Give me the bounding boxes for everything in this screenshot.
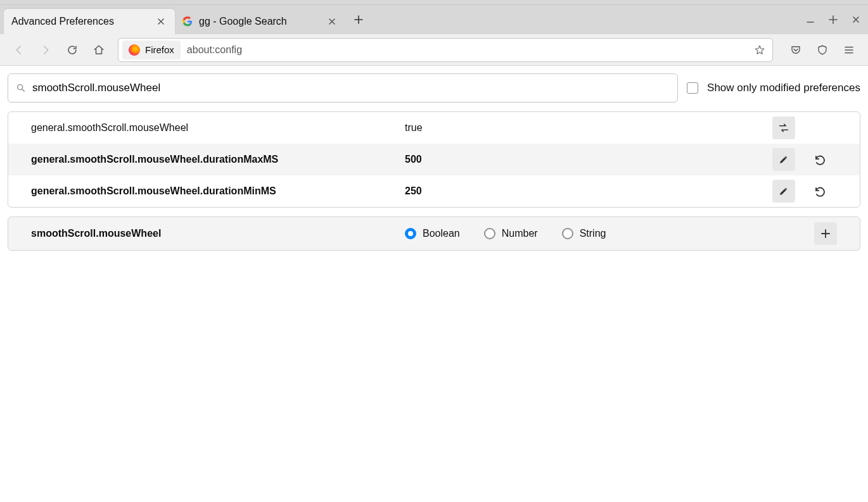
- type-radio-string[interactable]: String: [562, 228, 606, 239]
- ublock-button[interactable]: [811, 39, 834, 61]
- radio-icon: [484, 228, 495, 239]
- search-icon: [16, 83, 26, 93]
- pref-value: 250: [405, 185, 766, 197]
- tab-advanced-preferences[interactable]: Advanced Preferences: [4, 9, 175, 34]
- bookmark-star-icon[interactable]: [751, 41, 769, 59]
- tab-google-search[interactable]: gg - Google Search: [175, 9, 346, 34]
- pref-value: true: [405, 122, 766, 134]
- maximize-icon[interactable]: [827, 14, 839, 25]
- firefox-icon: [129, 44, 140, 56]
- new-pref-name: smoothScroll.mouseWheel: [31, 228, 405, 239]
- pref-name: general.smoothScroll.mouseWheel.duration…: [31, 154, 405, 165]
- window-titlebar: [0, 0, 868, 5]
- show-modified-checkbox[interactable]: [687, 82, 698, 94]
- edit-button[interactable]: [772, 180, 795, 203]
- pref-name: general.smoothScroll.mouseWheel.duration…: [31, 185, 405, 197]
- show-modified-label: Show only modified preferences: [707, 82, 860, 94]
- preferences-list: general.smoothScroll.mouseWheeltruegener…: [8, 111, 860, 208]
- toggle-button[interactable]: [772, 116, 795, 139]
- close-tab-icon[interactable]: [155, 15, 167, 28]
- pref-search-box[interactable]: [8, 73, 678, 103]
- navigation-toolbar: Firefox about:config: [0, 34, 868, 66]
- radio-label: Boolean: [423, 228, 460, 239]
- type-radio-boolean[interactable]: Boolean: [405, 228, 460, 239]
- back-button[interactable]: [8, 39, 30, 61]
- minimize-icon[interactable]: [805, 14, 816, 25]
- reset-button[interactable]: [808, 180, 831, 203]
- pref-name: general.smoothScroll.mouseWheel: [31, 122, 405, 134]
- close-tab-icon[interactable]: [326, 15, 338, 28]
- pref-row: general.smoothScroll.mouseWheeltrue: [8, 112, 860, 144]
- page-content: Show only modified preferences general.s…: [0, 66, 868, 258]
- new-preference-row: smoothScroll.mouseWheel BooleanNumberStr…: [8, 216, 860, 251]
- svg-point-0: [18, 85, 23, 90]
- search-row: Show only modified preferences: [8, 73, 860, 103]
- forward-button[interactable]: [34, 39, 57, 61]
- radio-icon: [405, 228, 416, 239]
- home-button[interactable]: [87, 39, 110, 61]
- app-menu-button[interactable]: [838, 39, 860, 61]
- pref-search-input[interactable]: [32, 82, 670, 94]
- radio-icon: [562, 228, 573, 239]
- new-pref-type-radios: BooleanNumberString: [405, 228, 791, 239]
- add-pref-button[interactable]: [814, 222, 837, 245]
- pref-row: general.smoothScroll.mouseWheel.duration…: [8, 175, 860, 207]
- identity-label: Firefox: [145, 44, 174, 55]
- close-window-icon[interactable]: [850, 14, 862, 25]
- pref-row: general.smoothScroll.mouseWheel.duration…: [8, 144, 860, 175]
- reload-button[interactable]: [61, 39, 84, 61]
- radio-label: String: [580, 228, 606, 239]
- new-tab-button[interactable]: [348, 9, 369, 30]
- type-radio-number[interactable]: Number: [484, 228, 538, 239]
- tab-title: gg - Google Search: [199, 16, 326, 27]
- tab-title: Advanced Preferences: [11, 16, 155, 27]
- window-controls: [805, 5, 862, 34]
- google-icon: [182, 16, 193, 27]
- identity-box[interactable]: Firefox: [122, 41, 181, 60]
- edit-button[interactable]: [772, 148, 795, 171]
- url-text[interactable]: about:config: [181, 44, 751, 56]
- radio-label: Number: [502, 228, 538, 239]
- pocket-button[interactable]: [784, 39, 807, 61]
- url-bar[interactable]: Firefox about:config: [118, 38, 773, 62]
- pref-value: 500: [405, 154, 766, 165]
- tab-bar: Advanced Preferences gg - Google Search: [0, 5, 868, 34]
- reset-button[interactable]: [808, 148, 831, 171]
